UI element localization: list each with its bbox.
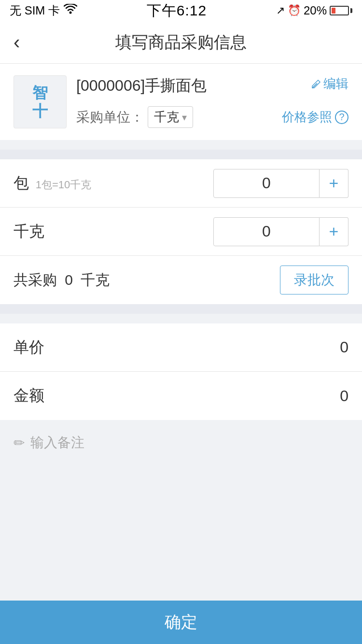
remark-placeholder: ✏ 输入备注 (14, 434, 348, 452)
alarm-icon: ⏰ (288, 4, 301, 17)
pencil-icon: ✏ (14, 435, 25, 451)
status-right: ↗ ⏰ 20% (276, 4, 352, 17)
bao-sub-label: 1包=10千克 (36, 179, 92, 191)
section-divider-1 (0, 150, 362, 159)
section-divider-2 (0, 304, 362, 314)
remark-placeholder-text: 输入备注 (30, 434, 84, 452)
bao-input-group: + (213, 169, 348, 198)
edit-button[interactable]: 编辑 (311, 75, 348, 92)
chevron-down-icon: ▾ (182, 112, 187, 123)
bao-row: 包 1包=10千克 + (0, 159, 362, 208)
price-reference-button[interactable]: 价格参照 ? (282, 109, 348, 126)
amount-row: 金额 0 (0, 372, 362, 420)
edit-label: 编辑 (323, 75, 348, 92)
confirm-label: 确定 (165, 611, 197, 633)
price-ref-label: 价格参照 (282, 109, 332, 126)
bao-input[interactable] (213, 169, 320, 198)
battery-percent: 20% (304, 4, 327, 17)
wifi-icon (64, 4, 77, 17)
bao-plus-button[interactable]: + (320, 169, 348, 198)
product-image: 智 十 (14, 75, 67, 128)
kg-label: 千克 (14, 221, 44, 242)
svg-point-0 (70, 12, 72, 14)
batch-button[interactable]: 录批次 (280, 266, 348, 294)
product-unit-row: 采购单位： 千克 ▾ 价格参照 ? (76, 106, 348, 128)
location-icon: ↗ (276, 4, 285, 17)
unit-price-label: 单价 (14, 337, 44, 358)
summary-amount: 0 (65, 272, 73, 288)
unit-price-value: 0 (340, 338, 348, 356)
back-button[interactable]: ‹ (14, 31, 20, 53)
summary-row: 共采购 0 千克 录批次 (0, 256, 362, 304)
bao-label-group: 包 1包=10千克 (14, 173, 91, 194)
unit-value: 千克 (154, 109, 179, 126)
kg-plus-button[interactable]: + (320, 217, 348, 246)
confirm-bar[interactable]: 确定 (0, 601, 362, 644)
page-title: 填写商品采购信息 (115, 31, 247, 54)
product-info: [0000006]手撕面包 编辑 采购单位： 千克 ▾ 价格参照 ? (76, 75, 348, 128)
status-bar: 无 SIM 卡 下午6:12 ↗ ⏰ 20% (0, 0, 362, 21)
product-title-row: [0000006]手撕面包 编辑 (76, 75, 348, 97)
unit-select[interactable]: 千克 ▾ (148, 106, 193, 128)
product-logo: 智 十 (32, 84, 48, 121)
edit-icon (311, 79, 321, 89)
input-section: 包 1包=10千克 + 千克 + (0, 159, 362, 256)
bao-label: 包 (14, 174, 29, 192)
summary-text: 共采购 0 千克 (14, 270, 110, 290)
kg-row: 千克 + (0, 208, 362, 256)
product-name: [0000006]手撕面包 (76, 75, 311, 97)
nav-bar: ‹ 填写商品采购信息 (0, 21, 362, 64)
summary-unit: 千克 (81, 272, 110, 288)
product-card: 智 十 [0000006]手撕面包 编辑 采购单位： 千克 ▾ (0, 64, 362, 140)
battery-indicator (330, 6, 352, 15)
status-time: 下午6:12 (147, 1, 207, 21)
kg-input-group: + (213, 217, 348, 246)
amount-value: 0 (340, 387, 348, 405)
amount-label: 金额 (14, 385, 44, 406)
help-icon: ? (335, 111, 348, 124)
carrier-label: 无 SIM 卡 (10, 3, 60, 18)
unit-price-row: 单价 0 (0, 323, 362, 372)
price-section: 单价 0 金额 0 (0, 323, 362, 420)
unit-label: 采购单位： (76, 108, 144, 126)
summary-prefix: 共采购 (14, 272, 57, 288)
status-left: 无 SIM 卡 (10, 3, 77, 18)
kg-input[interactable] (213, 217, 320, 246)
remark-section[interactable]: ✏ 输入备注 (0, 420, 362, 478)
